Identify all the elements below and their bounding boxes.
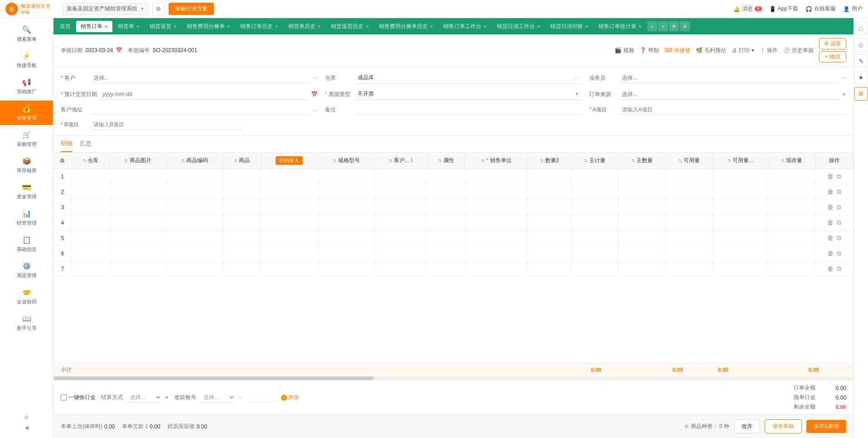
cell-main-unit[interactable]	[571, 184, 618, 200]
cell-scan[interactable]	[261, 200, 318, 215]
tab-home[interactable]: 首页	[55, 21, 75, 32]
tab-sales-order-stats[interactable]: 销售订单统计表 ✕	[594, 21, 646, 32]
cell-warehouse[interactable]	[72, 200, 110, 215]
cell-main-unit[interactable]	[571, 169, 618, 184]
cell-customer-code[interactable]	[375, 200, 427, 215]
cell-product-image[interactable]	[110, 169, 166, 184]
cell-qty2[interactable]	[528, 169, 571, 184]
sort-icon[interactable]: ⇅	[389, 158, 393, 163]
cell-available[interactable]	[665, 231, 713, 246]
cell-attribute[interactable]	[427, 246, 465, 261]
cell-available[interactable]	[665, 261, 713, 277]
cell-main-qty[interactable]	[618, 261, 665, 277]
cell-customer-code[interactable]	[375, 246, 427, 261]
cell-customer-code[interactable]	[375, 261, 427, 277]
cell-product[interactable]	[223, 231, 261, 246]
table-tab-summary[interactable]: 汇总	[80, 136, 92, 152]
tab-close-icon[interactable]: ✕	[104, 24, 108, 29]
a-project-input[interactable]	[619, 105, 846, 115]
right-icon-3[interactable]: ✎	[854, 54, 868, 68]
calendar-icon[interactable]: 📅	[116, 47, 122, 53]
tab-close-icon[interactable]: ✕	[430, 24, 433, 29]
cell-stock[interactable]	[768, 169, 815, 184]
sidebar-item-purchase[interactable]: 🛒 采购管理	[0, 127, 53, 151]
tab-prev-button[interactable]: ‹	[647, 21, 657, 31]
amount-input[interactable]: 0.00	[248, 393, 275, 402]
one-click-order-checkbox[interactable]: 一键收订金	[61, 394, 96, 401]
cell-scan[interactable]	[261, 231, 318, 246]
cell-qty2[interactable]	[528, 200, 571, 215]
account-no-more-icon[interactable]: ···	[238, 395, 242, 401]
tab-close-icon[interactable]: ✕	[483, 24, 487, 29]
row-copy-button[interactable]: ⧉	[836, 172, 842, 181]
cell-spec[interactable]	[318, 215, 375, 231]
add-material-button[interactable]: + 物流	[819, 51, 846, 63]
sort-icon[interactable]: ⇅	[181, 158, 185, 163]
tab-sales-refund[interactable]: 销货退货 ✕	[145, 21, 181, 32]
tab-menu-button[interactable]: ≡	[680, 21, 690, 31]
cell-spec[interactable]	[318, 200, 375, 215]
cell-warehouse[interactable]	[72, 261, 110, 277]
row-copy-button[interactable]: ⧉	[836, 249, 842, 258]
tab-close-all-button[interactable]: ✕	[669, 21, 679, 31]
row-copy-button[interactable]: ⧉	[836, 233, 842, 243]
sort-icon[interactable]: ⇅	[234, 158, 238, 163]
cell-product-image[interactable]	[110, 200, 166, 215]
cell-available2[interactable]	[713, 215, 768, 231]
save-new-button[interactable]: 保存&新增	[806, 420, 846, 433]
customer-address-input[interactable]	[91, 105, 310, 115]
tab-sales-refund-history[interactable]: 销货退货历史 ✕	[326, 21, 373, 32]
print-button[interactable]: 🖨 打印 ▾	[732, 47, 754, 54]
salesperson-more-icon[interactable]: ···	[842, 75, 846, 81]
tab-next-button[interactable]: ›	[658, 21, 668, 31]
cell-scan[interactable]	[261, 184, 318, 200]
warehouse-select[interactable]: 成品库 ···	[355, 72, 582, 84]
shortcut-button[interactable]: ⌨ 快捷键	[664, 47, 690, 54]
cell-qty2[interactable]	[528, 261, 571, 277]
cell-product[interactable]	[223, 261, 261, 277]
save-draft-button[interactable]: 保存草稿	[765, 419, 802, 433]
cell-stock[interactable]	[768, 231, 815, 246]
cell-available2[interactable]	[713, 200, 768, 215]
cell-attribute[interactable]	[427, 231, 465, 246]
row-delete-button[interactable]: 🗑	[826, 233, 834, 242]
cell-stock[interactable]	[768, 246, 815, 261]
row-copy-button[interactable]: ⧉	[836, 187, 842, 197]
cell-stock[interactable]	[768, 215, 815, 231]
tab-close-icon[interactable]: ✕	[537, 24, 540, 29]
sidebar-item-sales[interactable]: 💰 销售管理	[0, 101, 53, 125]
row-copy-button[interactable]: ⧉	[836, 264, 842, 274]
cell-product-code[interactable]	[166, 215, 223, 231]
cell-warehouse[interactable]	[72, 246, 110, 261]
cell-product-image[interactable]	[110, 215, 166, 231]
cell-product-image[interactable]	[110, 184, 166, 200]
sidebar-settings-icon[interactable]: ⚙	[24, 414, 29, 421]
cell-product[interactable]	[223, 184, 261, 200]
customer-more-icon[interactable]: ···	[313, 75, 318, 81]
cell-main-qty[interactable]	[618, 215, 665, 231]
sort-icon[interactable]: ⇅	[727, 158, 731, 163]
customer-address-more-icon[interactable]: ···	[313, 107, 318, 113]
cell-product-code[interactable]	[166, 246, 223, 261]
delivery-date-input[interactable]	[100, 89, 308, 100]
delivery-calendar-icon[interactable]: 📅	[311, 91, 318, 97]
cell-available2[interactable]	[713, 261, 768, 277]
cell-sales-unit[interactable]	[465, 184, 528, 200]
cell-attribute[interactable]	[427, 200, 465, 215]
cell-qty2[interactable]	[528, 246, 571, 261]
row-delete-button[interactable]: 🗑	[826, 264, 834, 273]
cell-main-unit[interactable]	[571, 200, 618, 215]
video-help-button[interactable]: 🎬 视频	[615, 47, 634, 54]
tab-sales-return[interactable]: 销货单 ✕	[113, 21, 144, 32]
tab-close-icon[interactable]: ✕	[317, 24, 321, 29]
customer-input[interactable]	[91, 73, 310, 83]
cell-available[interactable]	[665, 246, 713, 261]
settings-button[interactable]: ⚙ 设置	[819, 38, 846, 49]
cell-qty2[interactable]	[528, 184, 571, 200]
settings-icon[interactable]: ⚙	[152, 3, 165, 15]
sort-icon[interactable]: ⇅	[438, 158, 441, 163]
sidebar-item-quick-nav[interactable]: ⚡ 快捷导航	[0, 48, 53, 72]
cell-customer-code[interactable]	[375, 169, 427, 184]
sidebar-item-operation[interactable]: 📊 经营管理	[0, 206, 53, 230]
sidebar-item-finance[interactable]: 💳 资金管理	[0, 179, 53, 204]
